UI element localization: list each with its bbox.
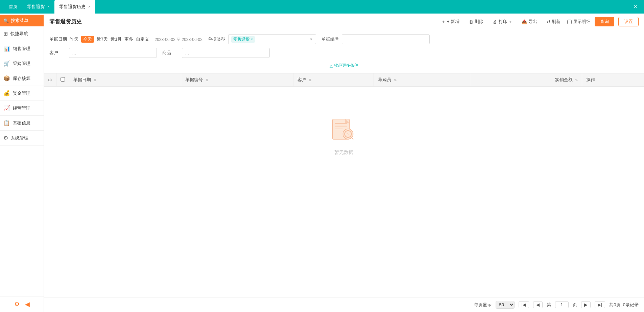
per-page-select[interactable]: 50 100 200 <box>496 301 515 309</box>
customer-input[interactable]: … <box>69 48 157 58</box>
sidebar-item-sales[interactable]: 📊 销售管理 <box>0 41 44 56</box>
sidebar-item-label: 基础信息 <box>13 120 30 126</box>
more-shortcut[interactable]: 更多 <box>124 36 133 42</box>
print-button[interactable]: 🖨 打印 ▼ <box>490 17 515 26</box>
1month-shortcut[interactable]: 近1月 <box>111 36 122 42</box>
page-number-input[interactable] <box>555 301 569 308</box>
select-all-checkbox[interactable] <box>61 77 65 82</box>
number-sort-icon: ⇅ <box>206 78 208 82</box>
tab-return-history-close[interactable]: × <box>88 4 91 9</box>
search-icon: 🔍 <box>3 18 9 23</box>
th-date[interactable]: 单据日期 ⇅ <box>69 73 181 87</box>
collapse-up-icon: △ <box>330 63 333 68</box>
amount-sort-icon: ⇅ <box>575 78 578 82</box>
prev-page-button[interactable]: ◀ <box>533 301 543 308</box>
th-operation: 操作 <box>582 73 644 87</box>
sidebar-item-label: 销售管理 <box>13 46 30 52</box>
number-input[interactable] <box>342 34 430 44</box>
new-button[interactable]: ＋ + 新增 <box>438 17 462 26</box>
date-range-text: 2023-06-02 至 2023-06-02 <box>154 37 202 43</box>
date-range-display: 2023-06-02 至 2023-06-02 <box>154 36 202 43</box>
new-icon: ＋ <box>441 19 446 25</box>
customer-placeholder: … <box>72 50 76 55</box>
query-button[interactable]: 查询 <box>595 17 614 26</box>
type-filter-label: 单据类型 <box>208 36 225 42</box>
delete-button[interactable]: 🗑 删除 <box>466 17 486 26</box>
sidebar-item-purchase[interactable]: 🛒 采购管理 <box>0 56 44 71</box>
export-icon: 📤 <box>522 19 527 24</box>
sidebar-search[interactable]: 🔍 搜索菜单 <box>0 15 44 26</box>
print-label: 打印 <box>499 19 507 25</box>
date-sort-icon: ⇅ <box>94 78 96 82</box>
per-page-label: 每页显示 <box>474 302 492 308</box>
setting-button[interactable]: 设置 <box>618 17 639 26</box>
goods-filter-label: 商品 <box>162 50 179 56</box>
th-guide-label: 导购员 <box>378 77 391 82</box>
filter-row-2: 客户 … 商品 … <box>49 48 639 58</box>
type-tag-text: 零售退货 <box>233 37 249 42</box>
next-page-button[interactable]: ▶ <box>581 301 591 308</box>
goods-input[interactable]: … <box>182 48 270 58</box>
collapse-sidebar-icon[interactable]: ◀ <box>25 300 30 308</box>
th-customer[interactable]: 客户 ⇅ <box>293 73 374 87</box>
number-filter: 单据编号 <box>321 34 430 44</box>
customer-filter-label: 客户 <box>49 50 66 56</box>
sidebar-item-shortcuts[interactable]: ⊞ 快捷导航 <box>0 26 44 41</box>
finance-icon: 💰 <box>3 90 10 96</box>
type-select[interactable]: 零售退货 × ▼ <box>228 34 316 44</box>
export-label: 导出 <box>528 19 537 25</box>
export-button[interactable]: 📤 导出 <box>519 17 540 26</box>
page-header: 零售退货历史 ＋ + 新增 🗑 删除 🖨 打印 ▼ 📤 导出 <box>44 14 644 30</box>
sidebar-bottom: ⚙ ◀ <box>0 296 44 312</box>
shortcuts-icon: ⊞ <box>3 30 8 37</box>
page-label: 第 <box>547 302 551 308</box>
type-tag: 零售退货 × <box>231 36 255 43</box>
sidebar-item-label: 采购管理 <box>13 61 30 67</box>
th-guide[interactable]: 导购员 ⇅ <box>374 73 470 87</box>
toolbar: ＋ + 新增 🗑 删除 🖨 打印 ▼ 📤 导出 ↺ <box>438 17 639 26</box>
show-detail-input[interactable] <box>567 20 572 24</box>
show-detail-checkbox[interactable]: 显示明细 <box>567 19 591 25</box>
th-settings[interactable]: ⚙ <box>44 73 56 87</box>
goods-filter: 商品 … <box>162 48 270 58</box>
tab-return-history[interactable]: 零售退货历史 × <box>54 0 95 14</box>
last-page-button[interactable]: ▶| <box>595 301 605 308</box>
7days-shortcut[interactable]: 近7天 <box>97 36 108 42</box>
sidebar-item-finance[interactable]: 💰 资金管理 <box>0 86 44 101</box>
print-dropdown-icon: ▼ <box>509 20 512 24</box>
print-icon: 🖨 <box>493 19 497 24</box>
table-header-row: ⚙ 单据日期 ⇅ 单据编号 ⇅ <box>44 73 644 87</box>
sidebar-item-system[interactable]: ⚙ 系统管理 <box>0 131 44 146</box>
pagination-bar: 每页显示 50 100 200 |◀ ◀ 第 页 ▶ ▶| 共0页, 0条记录 <box>44 297 644 312</box>
sidebar-item-label: 系统管理 <box>11 135 28 141</box>
tab-return-label: 零售退货 <box>27 4 45 10</box>
empty-illustration <box>327 114 361 144</box>
sidebar-item-label: 快捷导航 <box>10 31 28 37</box>
sidebar-item-basic-info[interactable]: 📋 基础信息 <box>0 116 44 131</box>
type-tag-remove[interactable]: × <box>251 37 253 41</box>
tab-return[interactable]: 零售退货 × <box>22 0 54 14</box>
collapse-label: 收起更多条件 <box>334 63 358 68</box>
yesterday-shortcut[interactable]: 昨天 <box>70 36 78 42</box>
collapse-bar[interactable]: △ 收起更多条件 <box>49 61 639 71</box>
settings-bottom-icon[interactable]: ⚙ <box>14 300 20 308</box>
th-customer-label: 客户 <box>297 77 306 82</box>
refresh-button[interactable]: ↺ 刷新 <box>544 17 563 26</box>
window-close-button[interactable]: × <box>631 3 640 10</box>
date-shortcuts: 昨天 今天 近7天 近1月 更多 自定义 <box>70 36 149 43</box>
tab-home[interactable]: 首页 <box>4 0 22 14</box>
sidebar-item-label: 资金管理 <box>13 90 30 96</box>
today-shortcut[interactable]: 今天 <box>81 36 94 43</box>
th-checkbox[interactable] <box>56 73 69 87</box>
custom-shortcut[interactable]: 自定义 <box>136 36 149 42</box>
goods-placeholder: … <box>185 50 189 55</box>
refresh-label: 刷新 <box>552 19 560 25</box>
tab-return-close[interactable]: × <box>47 4 50 9</box>
sidebar-item-inventory[interactable]: 📦 库存核算 <box>0 71 44 86</box>
column-settings-icon[interactable]: ⚙ <box>48 77 52 83</box>
sidebar-item-operations[interactable]: 📈 经营管理 <box>0 101 44 116</box>
empty-row: 暂无数据 <box>44 87 644 183</box>
th-amount[interactable]: 实销金额 ⇅ <box>470 73 582 87</box>
th-number[interactable]: 单据编号 ⇅ <box>181 73 293 87</box>
first-page-button[interactable]: |◀ <box>519 301 529 308</box>
